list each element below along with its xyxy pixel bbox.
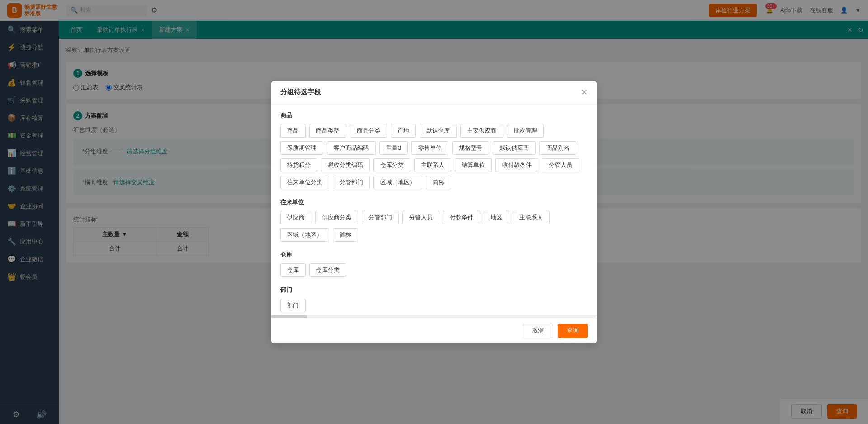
tag-shelf-life[interactable]: 保质期管理 — [280, 141, 323, 155]
section-counterparty: 往来单位 供应商 供应商分类 分管部门 分管人员 付款条件 地区 主联系人 区域… — [280, 198, 588, 242]
tag-cust-code[interactable]: 客户商品编码 — [327, 141, 376, 155]
counterparty-tags: 供应商 供应商分类 分管部门 分管人员 付款条件 地区 主联系人 区域（地区） … — [280, 211, 588, 242]
tag-pay-terms[interactable]: 付款条件 — [443, 211, 480, 224]
tag-contact-cp[interactable]: 主联系人 — [513, 211, 550, 224]
section-warehouse: 仓库 仓库 仓库分类 — [280, 251, 588, 277]
tag-goods-type[interactable]: 商品类型 — [309, 124, 346, 138]
modal-close-button[interactable]: ✕ — [581, 87, 588, 97]
tag-abbr-cp[interactable]: 简称 — [333, 228, 358, 242]
tag-manager[interactable]: 分管人员 — [542, 158, 579, 172]
field-select-modal: 分组待选字段 ✕ 商品 商品 商品类型 商品分类 产地 默认仓库 主要供应商 批… — [271, 81, 597, 343]
tag-main-supplier[interactable]: 主要供应商 — [460, 124, 503, 138]
modal-body[interactable]: 商品 商品 商品类型 商品分类 产地 默认仓库 主要供应商 批次管理 保质期管理… — [271, 104, 597, 315]
tag-main-contact[interactable]: 主联系人 — [414, 158, 451, 172]
tag-default-supplier[interactable]: 默认供应商 — [493, 141, 536, 155]
tag-batch-mgmt[interactable]: 批次管理 — [507, 124, 544, 138]
tag-warehouse-cat2[interactable]: 仓库分类 — [309, 263, 346, 277]
tag-region-cp2[interactable]: 区域（地区） — [280, 228, 329, 242]
tag-warehouse[interactable]: 仓库 — [280, 263, 306, 277]
section-dept-title: 部门 — [280, 286, 588, 294]
section-dept: 部门 部门 — [280, 286, 588, 312]
tag-mgmt-dept[interactable]: 分管部门 — [362, 211, 399, 224]
tag-goods-alias[interactable]: 商品别名 — [539, 141, 576, 155]
tag-pick-points[interactable]: 拣货积分 — [280, 158, 317, 172]
tag-counterparty-cat[interactable]: 往来单位分类 — [280, 176, 329, 189]
tag-region-cp[interactable]: 地区 — [484, 211, 509, 224]
tag-tax-code[interactable]: 税收分类编码 — [321, 158, 370, 172]
tag-goods-cat[interactable]: 商品分类 — [350, 124, 387, 138]
modal-footer: 取消 查询 — [271, 318, 597, 343]
modal-header: 分组待选字段 ✕ — [271, 81, 597, 104]
warehouse-tags: 仓库 仓库分类 — [280, 263, 588, 277]
tag-goods[interactable]: 商品 — [280, 124, 306, 138]
section-goods: 商品 商品 商品类型 商品分类 产地 默认仓库 主要供应商 批次管理 保质期管理… — [280, 111, 588, 189]
hscroll-thumb — [271, 315, 307, 318]
tag-spec-model[interactable]: 规格型号 — [452, 141, 489, 155]
section-warehouse-title: 仓库 — [280, 251, 588, 259]
modal-cancel-btn[interactable]: 取消 — [523, 324, 553, 338]
section-goods-title: 商品 — [280, 111, 588, 119]
tag-settle-unit[interactable]: 结算单位 — [455, 158, 492, 172]
tag-payment-terms[interactable]: 收付款条件 — [495, 158, 538, 172]
tag-dept[interactable]: 分管部门 — [333, 176, 370, 189]
modal-title: 分组待选字段 — [280, 88, 321, 96]
section-counterparty-title: 往来单位 — [280, 198, 588, 206]
tag-default-warehouse[interactable]: 默认仓库 — [420, 124, 457, 138]
tag-weight[interactable]: 重量3 — [379, 141, 408, 155]
modal-confirm-btn[interactable]: 查询 — [558, 324, 588, 338]
tag-mgmt-person[interactable]: 分管人员 — [402, 211, 439, 224]
tag-retail-unit[interactable]: 零售单位 — [411, 141, 448, 155]
tag-supplier-cat[interactable]: 供应商分类 — [315, 211, 358, 224]
tag-region-goods[interactable]: 区域（地区） — [373, 176, 422, 189]
goods-tags: 商品 商品类型 商品分类 产地 默认仓库 主要供应商 批次管理 保质期管理 客户… — [280, 124, 588, 189]
dept-tags: 部门 — [280, 299, 588, 312]
modal-hscroll[interactable] — [271, 315, 597, 317]
tag-dept2[interactable]: 部门 — [280, 299, 306, 312]
tag-warehouse-cat[interactable]: 仓库分类 — [373, 158, 410, 172]
tag-origin[interactable]: 产地 — [391, 124, 416, 138]
tag-abbr-goods[interactable]: 简称 — [426, 176, 451, 189]
tag-supplier[interactable]: 供应商 — [280, 211, 311, 224]
